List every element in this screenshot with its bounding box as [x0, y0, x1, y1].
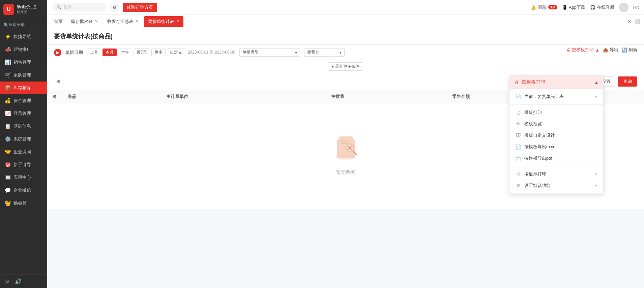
display-print-icon: 🖨 [516, 171, 521, 177]
page-top-toolbar: 🖨 按模板打印 ▲ 📤 导出 🔄 刷新 [566, 47, 637, 53]
date-btn-7days[interactable]: 近7天 [134, 49, 150, 56]
footer-sound-icon[interactable]: 🔊 [15, 278, 22, 285]
tab-window-close-btn[interactable]: ✕ [627, 19, 632, 24]
print-icon-header: 🖨 [514, 79, 519, 85]
sidebar-item-operation[interactable]: 📈 经营管理 [0, 107, 47, 120]
empty-illustration [329, 130, 362, 164]
table-settings-icon[interactable]: ⚙ [54, 77, 63, 86]
default-func-arrow: ▾ [595, 183, 597, 188]
chevron-down-icon: ▾ [295, 50, 297, 55]
template-pdf-icon: 📄 [516, 156, 521, 161]
refresh-button[interactable]: 🔄 刷新 [622, 47, 637, 53]
online-service-btn[interactable]: 🎧 在线客服 [590, 4, 614, 10]
sales-icon: 📊 [5, 59, 11, 65]
dropdown-item-template-excel[interactable]: 📄 按模板导出excel [509, 141, 603, 153]
tab-close-order-stats[interactable]: ✕ [176, 20, 179, 23]
tab-window-expand-btn[interactable]: ⬜ [634, 19, 640, 24]
dropdown-display-section: 🖨 按显示打印 ▾ ⚙ 设置默认功能 ▾ [509, 166, 603, 194]
expand-more-button[interactable]: ▾ 展开更多条件 [328, 62, 363, 71]
warehouse-select[interactable]: 要货仓 ▾ [304, 48, 345, 57]
user-avatar[interactable] [619, 3, 628, 12]
template-excel-icon: 📄 [516, 144, 521, 150]
print-dropdown-close-arrow[interactable]: ▲ [594, 80, 598, 85]
notifications-btn[interactable]: 🔔 消息 99+ [531, 4, 557, 10]
display-print-arrow: ▾ [595, 172, 597, 177]
tab-inventory-batch[interactable]: 库存批次账 ✕ [67, 16, 102, 27]
filter-expand-icon[interactable]: ▶ [54, 49, 61, 56]
tab-close-inventory-batch[interactable]: ✕ [95, 20, 98, 23]
sidebar-item-quick-nav[interactable]: ⚡ 快捷导航 [0, 30, 47, 43]
date-btn-custom[interactable]: 自定义 [167, 49, 185, 56]
dropdown-item-template-print[interactable]: 🖨 模板打印 [509, 107, 603, 118]
print-template-button[interactable]: 🖨 按模板打印 ▲ [566, 47, 599, 53]
dropdown-item-display-print[interactable]: 🖨 按显示打印 ▾ [509, 168, 603, 180]
expand-icon: ▾ [332, 64, 334, 69]
toolbar-query-button[interactable]: 查询 [618, 76, 637, 87]
page-title: 要货单统计表(按商品) [54, 32, 637, 40]
page-body: 要货单统计表(按商品) ▶ 单据日期 上月 本月 本年 近7天 更多 自定义 2… [47, 28, 644, 288]
date-btn-this-month[interactable]: 本月 [103, 49, 117, 56]
date-btn-last-month[interactable]: 上月 [87, 49, 101, 56]
export-button[interactable]: 📤 导出 [603, 47, 618, 53]
collab-icon: 🤝 [5, 149, 11, 155]
order-type-select[interactable]: 单据类型 ▾ [239, 48, 300, 57]
sidebar-item-wechat[interactable]: 💬 企业微信 [0, 184, 47, 197]
sidebar-item-finance[interactable]: 💰 资金管理 [0, 94, 47, 107]
sidebar-item-purchase[interactable]: 🛒 采购管理 [0, 69, 47, 82]
date-buttons: 上月 本月 本年 近7天 更多 自定义 2023-06-01 至 2023-06… [87, 49, 235, 56]
purchase-icon: 🛒 [5, 72, 11, 78]
sidebar-search[interactable]: 🔍 搜索菜单 [0, 19, 47, 30]
header-gear-button[interactable]: ⚙ [110, 3, 119, 12]
date-btn-this-year[interactable]: 本年 [118, 49, 132, 56]
apps-icon: 🔲 [5, 174, 11, 181]
order-type-label: 单据类型 [242, 50, 259, 55]
finance-icon: 💰 [5, 98, 11, 104]
refresh-icon: 🔄 [622, 47, 627, 53]
dropdown-current-section: 📄 当前：要货单统计表 ▾ [509, 89, 603, 105]
main-area: 🔍 搜索... ⚙ 体验行业方案 🔔 消息 99+ 📱 App下载 🎧 在线客服… [47, 0, 644, 288]
experience-button[interactable]: 体验行业方案 [123, 3, 157, 12]
sidebar-item-apps[interactable]: 🔲 应用中心 [0, 171, 47, 184]
dropdown-item-default-func[interactable]: ⚙ 设置默认功能 ▾ [509, 180, 603, 191]
sidebar-item-guide[interactable]: 🎯 新手引导 [0, 158, 47, 171]
top-search-bar[interactable]: 🔍 搜索... [53, 3, 107, 11]
sidebar-item-sales[interactable]: 📊 销售管理 [0, 56, 47, 69]
sidebar-nav: ⚡ 快捷导航 📣 营销推广 📊 销售管理 🛒 采购管理 📦 库存核算 💰 资金管… [0, 30, 47, 275]
footer-settings-icon[interactable]: ⚙ [5, 278, 9, 285]
guide-icon: 🎯 [5, 162, 11, 168]
user-name: Rit [633, 5, 639, 10]
tab-home[interactable]: 首页 [51, 16, 65, 27]
system-icon: ⚙️ [5, 136, 11, 142]
basic-icon: 📋 [5, 123, 11, 129]
sidebar-item-inventory[interactable]: 📦 库存核算 [0, 82, 47, 94]
tab-receipt-summary[interactable]: 收发存汇总表 ✕ [103, 16, 143, 27]
print-dropdown-title: 按模板打印 [522, 79, 591, 85]
default-func-icon: ⚙ [516, 183, 521, 188]
th-qty: 主数量 [326, 90, 446, 103]
tab-order-stats[interactable]: 要货单统计表 ✕ [144, 16, 183, 27]
service-icon: 🎧 [590, 5, 595, 10]
sidebar-item-basic[interactable]: 📋 基础信息 [0, 120, 47, 133]
member-icon: 👑 [5, 200, 11, 206]
date-range-display: 2023-06-01 至 2023-06-30 [188, 50, 235, 55]
warehouse-chevron-icon: ▾ [340, 50, 342, 55]
dropdown-item-template-design[interactable]: 🖼 模板自定义设计 [509, 130, 603, 141]
bell-icon: 🔔 [531, 5, 536, 10]
app-download-btn[interactable]: 📱 App下载 [562, 4, 585, 10]
current-template-arrow: ▾ [595, 94, 597, 99]
date-btn-more[interactable]: 更多 [151, 49, 166, 56]
svg-rect-7 [341, 140, 348, 141]
sidebar-item-member[interactable]: 👑 畅会员 [0, 197, 47, 210]
sidebar-item-collab[interactable]: 🤝 企业协同 [0, 146, 47, 158]
warehouse-label: 要货仓 [307, 50, 319, 55]
sidebar-item-marketing[interactable]: 📣 营销推广 [0, 43, 47, 56]
dropdown-current-template[interactable]: 📄 当前：要货单统计表 ▾ [509, 91, 603, 102]
tab-bar: 首页 库存批次账 ✕ 收发存汇总表 ✕ 要货单统计表 ✕ ✕ ⬜ [47, 15, 644, 28]
export-icon: 📤 [603, 47, 608, 53]
current-template-icon: 📄 [516, 94, 521, 99]
tab-close-receipt-summary[interactable]: ✕ [136, 20, 139, 23]
sidebar-item-system[interactable]: ⚙️ 系统管理 [0, 133, 47, 146]
dropdown-item-template-pdf[interactable]: 📄 按模板导出pdf [509, 153, 603, 164]
dropdown-item-template-preview[interactable]: 👁 模板预览 [509, 118, 603, 130]
download-icon: 📱 [562, 5, 567, 10]
